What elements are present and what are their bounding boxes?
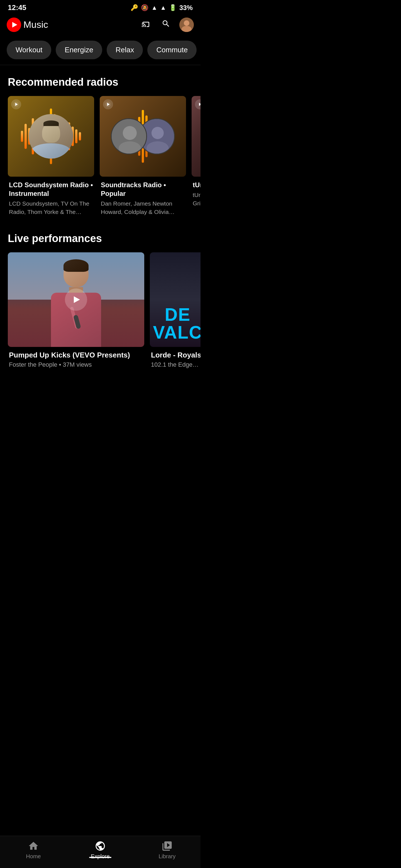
cast-icon: [141, 19, 150, 28]
logo-area: Music: [7, 18, 136, 32]
radio-card-info-soundtracks: Soundtracks Radio • Popular Dan Romer, J…: [100, 177, 186, 216]
app-header: Music: [0, 14, 200, 35]
radio-card-lcd[interactable]: LCD Soundsystem Radio • Instrumental LCD…: [8, 96, 94, 216]
radio-card-info-lcd: LCD Soundsystem Radio • Instrumental LCD…: [8, 177, 94, 216]
nav-label-library: Library: [159, 853, 175, 860]
mood-pills-container: Workout Energize Relax Commute Fo...: [0, 35, 200, 65]
video-thumb-lorde: DEVALC: [150, 252, 200, 347]
radio-card-image-soundtracks: [100, 96, 186, 177]
video-play-btn-pumped[interactable]: [65, 288, 87, 311]
radio-cards-row: LCD Soundsystem Radio • Instrumental LCD…: [0, 96, 200, 216]
video-card-lorde[interactable]: DEVALC Lorde - Royals 102.1 the Edge…: [150, 252, 200, 368]
search-icon: [162, 19, 170, 28]
signal-icon: ▲: [160, 4, 166, 11]
video-card-info-lorde: Lorde - Royals 102.1 the Edge…: [150, 347, 200, 368]
live-performances-title: Live performances: [0, 232, 200, 245]
radio-play-icon-tune: [197, 101, 200, 107]
recommended-radios-section: Recommended radios: [0, 65, 200, 221]
video-card-subtitle-lorde: 102.1 the Edge…: [151, 361, 200, 368]
video-card-info-pumped: Pumped Up Kicks (VEVO Presents) Foster t…: [8, 347, 144, 368]
svg-point-3: [184, 20, 189, 26]
wifi-icon: ▲: [151, 4, 157, 11]
radio-play-icon-lcd: [13, 101, 19, 107]
profile-avatar[interactable]: [179, 18, 194, 32]
radio-card-soundtracks[interactable]: Soundtracks Radio • Popular Dan Romer, J…: [100, 96, 186, 216]
home-icon: [28, 840, 39, 851]
nav-item-explore[interactable]: Explore: [67, 840, 134, 860]
soundtracks-circle-1: [111, 118, 147, 154]
status-bar: 12:45 🔑 🔕 ▲ ▲ 🔋 33%: [0, 0, 200, 14]
search-button[interactable]: [159, 17, 173, 32]
mood-pill-commute[interactable]: Commute: [147, 41, 197, 59]
radio-card-subtitle-tune: tUnE…Grim…: [193, 191, 200, 207]
nav-item-home[interactable]: Home: [0, 840, 67, 860]
radio-bg-lcd: [8, 96, 94, 177]
svg-point-7: [123, 126, 137, 140]
radio-play-badge-soundtracks: [103, 99, 113, 109]
soundtracks-artists: [111, 118, 175, 154]
video-cards-row: Pumped Up Kicks (VEVO Presents) Foster t…: [0, 252, 200, 368]
avatar-icon: [179, 18, 194, 32]
status-icons: 🔑 🔕 ▲ ▲ 🔋 33%: [131, 4, 193, 12]
battery-percent: 33%: [179, 4, 193, 12]
library-icon: [162, 840, 173, 851]
radio-card-image-lcd: [8, 96, 94, 177]
video-bg-lorde: DEVALC: [150, 252, 200, 347]
radio-play-badge-lcd: [11, 99, 21, 109]
mood-pill-energize[interactable]: Energize: [56, 41, 102, 59]
radio-card-info-tune: tUnE… tUnE…Grim…: [192, 177, 200, 207]
nav-indicator-explore: [89, 857, 111, 858]
radio-bg-soundtracks: [100, 96, 186, 177]
mood-pill-workout[interactable]: Workout: [7, 41, 51, 59]
svg-point-10: [151, 127, 164, 139]
youtube-music-logo: [7, 18, 21, 32]
radio-card-title-lcd: LCD Soundsystem Radio • Instrumental: [9, 181, 93, 198]
radio-card-title-soundtracks: Soundtracks Radio • Popular: [101, 181, 185, 198]
cast-button[interactable]: [139, 17, 152, 32]
video-card-subtitle-pumped: Foster the People • 37M views: [9, 361, 143, 368]
video-card-pumped[interactable]: Pumped Up Kicks (VEVO Presents) Foster t…: [8, 252, 144, 368]
bottom-nav: Home Explore Library: [0, 836, 200, 868]
radio-card-subtitle-lcd: LCD Soundsystem, TV On The Radio, Thom Y…: [9, 199, 93, 216]
header-actions: [139, 17, 194, 32]
artist-portrait-lcd: [29, 114, 73, 159]
play-icon-pumped: [70, 294, 82, 305]
nav-item-library[interactable]: Library: [134, 840, 200, 860]
video-card-title-lorde: Lorde - Royals: [151, 351, 200, 360]
radio-play-icon-soundtracks: [105, 101, 111, 107]
svg-marker-13: [74, 296, 80, 303]
mute-icon: 🔕: [141, 4, 148, 11]
status-time: 12:45: [8, 3, 26, 12]
explore-icon: [95, 840, 106, 851]
video-card-title-pumped: Pumped Up Kicks (VEVO Presents): [9, 351, 143, 360]
nav-label-explore: Explore: [91, 853, 110, 860]
radio-card-title-tune: tUnE…: [193, 181, 200, 189]
mood-pill-relax[interactable]: Relax: [107, 41, 143, 59]
app-title: Music: [23, 19, 48, 30]
recommended-radios-title: Recommended radios: [0, 76, 200, 88]
battery-icon: 🔋: [169, 4, 176, 11]
live-performances-section: Live performances: [0, 221, 200, 374]
key-icon: 🔑: [131, 4, 138, 11]
lorde-text: DEVALC: [153, 306, 200, 347]
nav-label-home: Home: [26, 853, 41, 860]
radio-card-tune[interactable]: tUnE… tUnE…Grim…: [192, 96, 200, 216]
radio-card-subtitle-soundtracks: Dan Romer, James Newton Howard, Coldplay…: [101, 199, 185, 216]
radio-card-image-tune: [192, 96, 200, 177]
video-thumb-pumped: [8, 252, 144, 347]
